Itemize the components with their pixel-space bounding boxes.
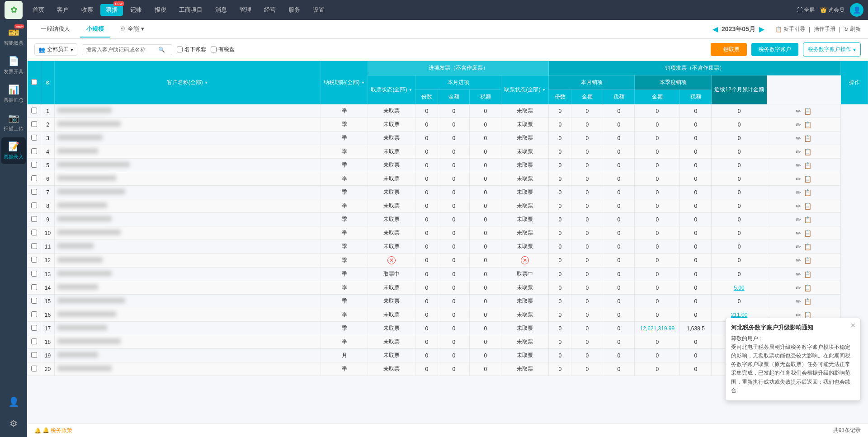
row-checkbox[interactable] xyxy=(31,202,37,208)
row-checkbox-cell[interactable] xyxy=(28,322,41,335)
edit-icon[interactable]: ✏ xyxy=(796,298,801,305)
row-checkbox-cell[interactable] xyxy=(28,213,41,226)
nav-client[interactable]: 客户 xyxy=(52,4,74,16)
user-avatar[interactable]: 👤 xyxy=(850,3,863,17)
search-icon[interactable]: 🔍 xyxy=(158,47,165,53)
row-checkbox[interactable] xyxy=(31,284,37,290)
refresh-button[interactable]: ↻ 刷新 xyxy=(844,25,861,33)
sidebar-item-invoice-open[interactable]: 📄 发票开具 xyxy=(1,52,26,79)
row-checkbox-cell[interactable] xyxy=(28,362,41,376)
manual-link[interactable]: 操作手册 xyxy=(814,25,835,33)
row-checkbox[interactable] xyxy=(31,338,37,344)
edit-icon[interactable]: ✏ xyxy=(796,162,801,169)
nav-bookkeeping[interactable]: 记账 xyxy=(125,4,147,16)
row-checkbox-cell[interactable] xyxy=(28,104,41,118)
row-checkbox-cell[interactable] xyxy=(28,172,41,186)
copy-icon[interactable]: 📋 xyxy=(804,148,811,155)
row-checkbox-cell[interactable] xyxy=(28,186,41,199)
copy-icon[interactable]: 📋 xyxy=(804,271,811,278)
nav-manage[interactable]: 管理 xyxy=(234,4,257,16)
row-checkbox-cell[interactable] xyxy=(28,226,41,240)
search-input[interactable] xyxy=(86,47,158,53)
edit-icon[interactable]: ✏ xyxy=(796,202,801,210)
row-checkbox[interactable] xyxy=(31,352,37,358)
edit-icon[interactable]: ✏ xyxy=(796,230,801,237)
row-checkbox[interactable] xyxy=(31,298,37,304)
copy-icon[interactable]: 📋 xyxy=(804,175,811,183)
cumulative-value[interactable]: 5.00 xyxy=(734,285,744,291)
tax-policy-link[interactable]: 🔔 🔔 税务政策 xyxy=(34,427,72,434)
edit-icon[interactable]: ✏ xyxy=(796,271,801,278)
digital-account-ops-button[interactable]: 税务数字账户操作 ▾ xyxy=(803,42,861,56)
nav-settings[interactable]: 设置 xyxy=(307,4,330,16)
copy-icon[interactable]: 📋 xyxy=(804,216,811,223)
row-checkbox[interactable] xyxy=(31,121,37,127)
edit-icon[interactable]: ✏ xyxy=(796,284,801,291)
copy-icon[interactable]: 📋 xyxy=(804,202,811,210)
quarter-amount-value[interactable]: 12,621,319.99 xyxy=(640,325,675,332)
sidebar-settings-button[interactable]: ⚙ xyxy=(1,414,26,432)
edit-icon[interactable]: ✏ xyxy=(796,121,801,128)
tab-general-taxpayer[interactable]: 一般纳税人 xyxy=(34,21,76,38)
copy-icon[interactable]: 📋 xyxy=(804,108,811,115)
checkbox-sub-account[interactable]: 名下账套 xyxy=(177,46,206,53)
select-all-checkbox[interactable] xyxy=(31,79,37,85)
row-checkbox-cell[interactable] xyxy=(28,349,41,362)
row-checkbox[interactable] xyxy=(31,108,37,113)
sidebar-item-scan-upload[interactable]: 📷 扫描上传 xyxy=(1,109,26,136)
row-checkbox[interactable] xyxy=(31,135,37,141)
digital-account-button[interactable]: 税务数字账户 xyxy=(751,43,798,56)
edit-icon[interactable]: ✏ xyxy=(796,189,801,196)
sidebar-item-invoice-entry[interactable]: 📝 票据录入 xyxy=(1,137,26,164)
nav-business[interactable]: 工商项目 xyxy=(174,4,208,16)
row-checkbox-cell[interactable] xyxy=(28,281,41,295)
nav-tax[interactable]: 报税 xyxy=(149,4,172,16)
column-settings-icon[interactable]: ⚙ xyxy=(45,80,50,86)
row-checkbox[interactable] xyxy=(31,257,37,263)
row-checkbox-cell[interactable] xyxy=(28,145,41,159)
notification-close-button[interactable]: ✕ xyxy=(850,322,856,329)
nav-message[interactable]: 消息 xyxy=(210,4,232,16)
copy-icon[interactable]: 📋 xyxy=(804,135,811,142)
nav-home[interactable]: 首页 xyxy=(27,4,50,16)
prev-month-button[interactable]: ◀ xyxy=(712,25,718,33)
row-checkbox-cell[interactable] xyxy=(28,240,41,254)
row-checkbox[interactable] xyxy=(31,271,37,277)
checkbox-tax-disk[interactable]: 有税盘 xyxy=(211,46,235,53)
row-checkbox-cell[interactable] xyxy=(28,268,41,281)
row-checkbox[interactable] xyxy=(31,366,37,371)
row-checkbox-cell[interactable] xyxy=(28,335,41,349)
edit-icon[interactable]: ✏ xyxy=(796,148,801,155)
row-checkbox-cell[interactable] xyxy=(28,132,41,145)
edit-icon[interactable]: ✏ xyxy=(796,243,801,250)
row-checkbox[interactable] xyxy=(31,162,37,168)
row-checkbox[interactable] xyxy=(31,148,37,154)
nav-operation[interactable]: 经营 xyxy=(259,4,281,16)
edit-icon[interactable]: ✏ xyxy=(796,135,801,142)
fullscreen-button[interactable]: ⛶ 全屏 xyxy=(797,6,815,14)
copy-icon[interactable]: 📋 xyxy=(804,189,811,196)
sidebar-item-invoice-summary[interactable]: 📊 票据汇总 xyxy=(1,80,26,107)
tab-all-capacity[interactable]: ♾ 全能 ▾ xyxy=(114,21,151,38)
row-checkbox[interactable] xyxy=(31,311,37,317)
vip-button[interactable]: 👑 购会员 xyxy=(820,6,844,14)
row-checkbox[interactable] xyxy=(31,189,37,195)
row-checkbox-cell[interactable] xyxy=(28,295,41,308)
row-checkbox-cell[interactable] xyxy=(28,118,41,132)
next-month-button[interactable]: ▶ xyxy=(759,25,764,33)
nav-receive[interactable]: 收票 xyxy=(76,4,99,16)
row-checkbox-cell[interactable] xyxy=(28,159,41,172)
row-checkbox-cell[interactable] xyxy=(28,254,41,268)
one-click-fetch-button[interactable]: 一键取票 xyxy=(711,43,747,56)
employee-select[interactable]: 👥 全部员工 ▾ xyxy=(34,43,77,56)
row-checkbox[interactable] xyxy=(31,230,37,235)
copy-icon[interactable]: 📋 xyxy=(804,121,811,128)
row-checkbox-cell[interactable] xyxy=(28,308,41,322)
row-checkbox[interactable] xyxy=(31,216,37,222)
tax-disk-checkbox[interactable] xyxy=(211,47,217,52)
nav-service[interactable]: 服务 xyxy=(283,4,306,16)
row-checkbox[interactable] xyxy=(31,175,37,181)
sidebar-item-smart-ticket[interactable]: new 🎫 智能取票 xyxy=(1,23,26,50)
copy-icon[interactable]: 📋 xyxy=(804,298,811,305)
cumulative-value[interactable]: 211.00 xyxy=(731,312,748,318)
